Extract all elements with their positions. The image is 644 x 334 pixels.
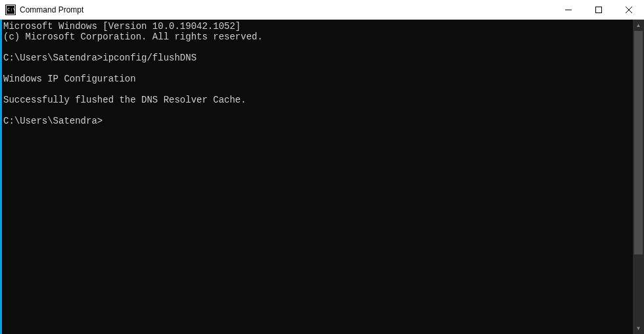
cmd-icon: C:\: [5, 5, 16, 15]
terminal-line: C:\Users\Satendra>: [3, 116, 103, 126]
scrollbar-thumb[interactable]: [634, 31, 643, 254]
terminal-line: C:\Users\Satendra>ipconfig/flushDNS: [3, 53, 196, 63]
client-area: Microsoft Windows [Version 10.0.19042.10…: [0, 20, 644, 334]
command-prompt-window: C:\ Command Prompt Microsoft Windows [Ve…: [0, 0, 644, 334]
vertical-scrollbar[interactable]: ▲ ▼: [633, 20, 644, 334]
terminal-line: (c) Microsoft Corporation. All rights re…: [3, 32, 263, 42]
svg-rect-5: [596, 7, 602, 12]
terminal-line: Windows IP Configuration: [3, 74, 136, 84]
window-title: Command Prompt: [20, 5, 83, 14]
terminal-line: Microsoft Windows [Version 10.0.19042.10…: [3, 21, 241, 32]
close-button[interactable]: [614, 0, 644, 19]
scroll-down-arrow-icon[interactable]: ▼: [633, 323, 644, 334]
minimize-button[interactable]: [553, 0, 584, 19]
terminal-line: Successfully flushed the DNS Resolver Ca…: [3, 95, 246, 105]
scroll-up-arrow-icon[interactable]: ▲: [633, 20, 644, 31]
terminal-output[interactable]: Microsoft Windows [Version 10.0.19042.10…: [2, 20, 633, 334]
window-controls: [553, 0, 644, 19]
svg-text:C:\: C:\: [7, 7, 16, 12]
titlebar[interactable]: C:\ Command Prompt: [0, 0, 644, 20]
maximize-button[interactable]: [584, 0, 614, 19]
